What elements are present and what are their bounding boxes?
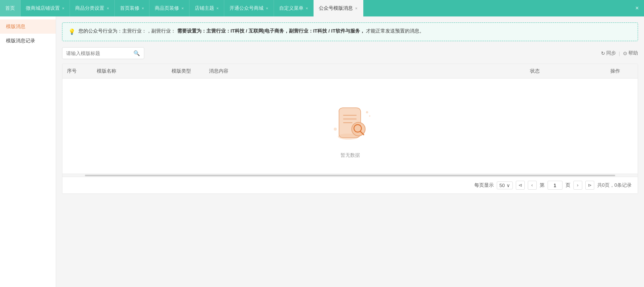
page-di-label: 第 bbox=[540, 182, 545, 189]
page-size-label: 每页显示 bbox=[474, 182, 494, 189]
search-actions: ↻ 同步 | ⊙ 帮助 bbox=[601, 50, 638, 57]
next-page-button[interactable]: › bbox=[573, 181, 582, 190]
main-layout: 模版消息 模版消息记录 💡 您的公众号行业为：主营行业：，副营行业： 需要设置为… bbox=[0, 16, 644, 287]
pagination: 每页显示 50 ∨ ⊲ ‹ 第 页 › ⊳ 共0页，0条记录 bbox=[62, 177, 638, 193]
nav-tab-mall[interactable]: 开通公众号商城 × bbox=[224, 0, 274, 16]
close-icon[interactable]: × bbox=[216, 6, 219, 10]
help-button[interactable]: ⊙ 帮助 bbox=[623, 50, 638, 57]
nav-tab-category[interactable]: 商品分类设置 × bbox=[70, 0, 114, 16]
close-icon[interactable]: × bbox=[62, 6, 64, 10]
content-area: 💡 您的公众号行业为：主营行业：，副营行业： 需要设置为：主营行业：IT科技 /… bbox=[56, 16, 644, 287]
notice-banner: 💡 您的公众号行业为：主营行业：，副营行业： 需要设置为：主营行业：IT科技 /… bbox=[62, 22, 638, 41]
close-icon[interactable]: × bbox=[107, 6, 109, 10]
empty-text: 暂无数据 bbox=[341, 152, 360, 159]
first-page-button[interactable]: ⊲ bbox=[516, 181, 525, 190]
help-icon: ⊙ bbox=[623, 51, 627, 56]
nav-tab-home[interactable]: 首页 bbox=[0, 0, 21, 16]
notice-highlight: 需要设置为：主营行业：IT科技 / 互联网|电子商务，副营行业：IT科技 / I… bbox=[177, 28, 365, 34]
sidebar-item-template-record[interactable]: 模版消息记录 bbox=[0, 34, 56, 48]
top-nav: 首页 微商城店铺设置 × 商品分类设置 × 首页装修 × 商品页装修 × 店铺主… bbox=[0, 0, 644, 16]
th-type: 模版类型 bbox=[167, 64, 204, 78]
close-all-button[interactable]: × bbox=[630, 5, 644, 12]
sidebar-item-template-msg[interactable]: 模版消息 bbox=[0, 19, 56, 34]
close-icon[interactable]: × bbox=[181, 6, 184, 10]
divider: | bbox=[619, 51, 620, 56]
close-icon[interactable]: × bbox=[306, 6, 308, 10]
nav-tab-store-settings[interactable]: 微商城店铺设置 × bbox=[21, 0, 70, 16]
bulb-icon: 💡 bbox=[68, 27, 76, 36]
nav-tab-custom-menu[interactable]: 自定义菜单 × bbox=[274, 0, 314, 16]
page-unit-label: 页 bbox=[566, 182, 570, 189]
table-header: 序号 模版名称 模版类型 消息内容 状态 操作 bbox=[62, 64, 638, 79]
search-input-wrap[interactable]: 🔍 bbox=[62, 47, 144, 59]
svg-point-9 bbox=[369, 115, 370, 117]
empty-illustration bbox=[328, 101, 373, 146]
scrollbar-track[interactable] bbox=[85, 175, 615, 176]
search-icon[interactable]: 🔍 bbox=[133, 50, 140, 56]
horizontal-scrollbar[interactable] bbox=[62, 174, 638, 177]
page-number-input[interactable] bbox=[548, 181, 563, 190]
sidebar: 模版消息 模版消息记录 bbox=[0, 16, 56, 287]
th-content: 消息内容 bbox=[204, 64, 526, 78]
nav-tab-theme[interactable]: 店铺主题 × bbox=[189, 0, 224, 16]
search-bar: 🔍 ↻ 同步 | ⊙ 帮助 bbox=[62, 47, 638, 59]
svg-point-8 bbox=[366, 111, 368, 113]
last-page-button[interactable]: ⊳ bbox=[585, 181, 594, 190]
nav-tab-product-decor[interactable]: 商品页装修 × bbox=[150, 0, 189, 16]
svg-point-10 bbox=[334, 128, 337, 131]
data-table: 序号 模版名称 模版类型 消息内容 状态 操作 bbox=[62, 64, 638, 194]
th-name: 模版名称 bbox=[92, 64, 167, 78]
prev-page-button[interactable]: ‹ bbox=[528, 181, 537, 190]
th-action: 操作 bbox=[593, 64, 638, 78]
notice-text-before: 您的公众号行业为：主营行业：，副营行业： bbox=[78, 28, 176, 34]
chevron-down-icon: ∨ bbox=[506, 183, 510, 188]
search-input[interactable] bbox=[66, 51, 133, 56]
th-seq: 序号 bbox=[62, 64, 92, 78]
sync-icon: ↻ bbox=[601, 51, 605, 56]
empty-state: 暂无数据 bbox=[62, 79, 638, 174]
page-size-select[interactable]: 50 ∨ bbox=[497, 181, 512, 189]
sync-button[interactable]: ↻ 同步 bbox=[601, 50, 616, 57]
close-icon[interactable]: × bbox=[142, 6, 144, 10]
page-size-value: 50 bbox=[499, 183, 505, 188]
th-status: 状态 bbox=[526, 64, 593, 78]
close-icon[interactable]: × bbox=[355, 6, 357, 10]
nav-tab-home-decor[interactable]: 首页装修 × bbox=[115, 0, 150, 16]
close-icon[interactable]: × bbox=[266, 6, 268, 10]
notice-text-after: 才能正常发送预置的消息。 bbox=[366, 28, 424, 34]
nav-tab-template-msg[interactable]: 公众号模版消息 × bbox=[314, 0, 363, 16]
page-total: 共0页，0条记录 bbox=[597, 182, 632, 189]
